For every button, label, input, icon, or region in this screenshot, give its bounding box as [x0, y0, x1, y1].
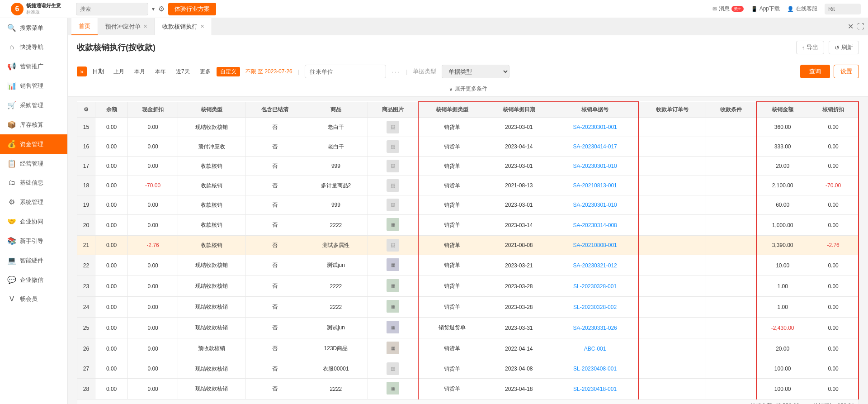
cell-receipt-type: 销货退货单 [418, 318, 486, 338]
chevron-down-icon-2: ∨ [449, 86, 453, 92]
cell-receipt-type: 销货单 [418, 255, 486, 276]
cell-goods: 2222 [304, 297, 368, 318]
cell-include-settled: 否 [245, 297, 304, 318]
messages-item[interactable]: ✉ 消息 99+ [712, 5, 744, 13]
sidebar-item-search[interactable]: 🔍 搜索菜单 [0, 18, 67, 38]
sidebar-item-operations[interactable]: 📋 经营管理 [0, 154, 67, 173]
sidebar-item-hardware[interactable]: 💻 智能硬件 [0, 251, 67, 270]
user-area[interactable]: Rit [825, 4, 861, 14]
cell-writeoff-discount: 0.00 [808, 118, 859, 137]
cell-writeoff-amount: 3,390.00 [756, 236, 808, 255]
date-pill-more[interactable]: 更多 [196, 67, 215, 77]
cell-receipt-no[interactable]: SL-20230328-002 [552, 297, 638, 318]
sidebar-item-inventory[interactable]: 📦 库存核算 [0, 115, 67, 134]
cell-writeoff-discount: 0.00 [808, 255, 859, 276]
filter-divider-2: | [406, 68, 407, 75]
sidebar-item-member[interactable]: V 畅会员 [0, 290, 67, 309]
refresh-button[interactable]: ↺ 刷新 [829, 41, 859, 54]
date-pill-last-month[interactable]: 上月 [109, 67, 128, 77]
tab-close-all-button[interactable]: ✕ [848, 22, 854, 31]
cell-receipt-type: 销货单 [418, 338, 486, 359]
cell-goods-img: 🖼 [368, 137, 418, 157]
cell-receipt-no[interactable]: SL-20230418-001 [552, 379, 638, 399]
counterpart-input[interactable] [305, 65, 386, 78]
filter-settings-button[interactable]: 设置 [834, 65, 859, 78]
expand-more-button[interactable]: ∨ 展开更多条件 [449, 85, 487, 93]
cell-receipt-no[interactable]: SA-20230301-010 [552, 195, 638, 215]
cell-receipt-no[interactable]: SA-20230414-017 [552, 137, 638, 157]
cell-receipt-no[interactable]: SA-20230331-026 [552, 318, 638, 338]
tab-collection[interactable]: 收款核销执行 ✕ [155, 18, 212, 35]
cell-goods-img: 🖼 [368, 176, 418, 195]
tab-prepay[interactable]: 预付冲应付单 ✕ [98, 18, 155, 35]
table-row: 16 0.00 0.00 预付冲应收 否 老白干 🖼 销货单 2023-04-1… [77, 137, 859, 157]
sidebar-item-guide[interactable]: 📚 新手引导 [0, 231, 67, 251]
chevron-down-icon[interactable]: ▾ [152, 6, 155, 12]
cell-receipt-no[interactable]: SA-20230301-010 [552, 157, 638, 176]
cell-writeoff-amount: 2,100.00 [756, 176, 808, 195]
sidebar-item-system[interactable]: ⚙ 系统管理 [0, 192, 67, 212]
table-row: 15 0.00 0.00 现结收款核销 否 老白干 🖼 销货单 2023-03-… [77, 118, 859, 137]
table-row: 21 0.00 -2.76 收款核销 否 测试多属性 🖼 销货单 2021-08… [77, 236, 859, 255]
cell-receipt-no[interactable]: ABC-001 [552, 338, 638, 359]
cell-receipt-no[interactable]: SA-20210813-001 [552, 176, 638, 195]
sidebar-item-sales[interactable]: 📊 销售管理 [0, 76, 67, 95]
sidebar-item-purchase[interactable]: 🛒 采购管理 [0, 95, 67, 115]
online-service-item[interactable]: 👤 在线客服 [787, 5, 817, 13]
export-button[interactable]: ↑ 导出 [796, 41, 825, 54]
receipt-type-select[interactable]: 单据类型 [442, 65, 509, 78]
cell-balance: 0.00 [95, 379, 128, 399]
app-download-item[interactable]: 📱 App下载 [751, 5, 780, 13]
industry-button[interactable]: 体验行业方案 [168, 3, 216, 15]
date-custom-button[interactable]: 自定义 [217, 67, 240, 76]
goods-image: 🖼 [387, 179, 399, 192]
row-number: 17 [77, 157, 95, 176]
cell-receipt-no[interactable]: SA-20230301-001 [552, 118, 638, 137]
cell-goods: 123D商品 [304, 338, 368, 359]
page-header: 收款核销执行(按收款) ↑ 导出 ↺ 刷新 [68, 35, 868, 60]
filter-expand-button[interactable]: » [77, 67, 87, 76]
top-bar-search-input[interactable] [76, 3, 148, 15]
date-pill-this-year[interactable]: 本年 [151, 67, 170, 77]
svg-text:🖼: 🖼 [391, 203, 395, 208]
cell-receipt-no[interactable]: SL-20230408-001 [552, 359, 638, 379]
col-include-settled: 包含已结清 [245, 102, 304, 118]
tab-home[interactable]: 首页 [71, 18, 98, 35]
query-button[interactable]: 查询 [800, 65, 830, 78]
cell-receipt-no[interactable]: SA-20210808-001 [552, 236, 638, 255]
cell-receipt-date: 2023-03-28 [486, 297, 552, 318]
sidebar-item-base[interactable]: 🗂 基础信息 [0, 173, 67, 192]
cell-goods: 老白干 [304, 118, 368, 137]
cell-include-settled: 否 [245, 318, 304, 338]
tab-prepay-close[interactable]: ✕ [143, 24, 147, 29]
tab-collection-close[interactable]: ✕ [200, 24, 204, 29]
tab-maximize-button[interactable]: ⛶ [857, 23, 864, 31]
sidebar-item-enterprise[interactable]: 🤝 企业协同 [0, 212, 67, 231]
page-header-actions: ↑ 导出 ↺ 刷新 [796, 41, 859, 54]
cell-goods: 老白干 [304, 137, 368, 157]
cell-receipt-no[interactable]: SA-20230314-008 [552, 215, 638, 236]
sidebar-item-marketing[interactable]: 📢 营销推广 [0, 57, 67, 76]
cell-goods-img: ▦ [368, 215, 418, 236]
col-settings[interactable]: ⚙ [77, 102, 95, 118]
cell-goods: 测试jun [304, 255, 368, 276]
table-container[interactable]: ⚙ 余额 现金折扣 核销类型 包含已结清 商品 商品图片 核销单据类型 核销单据… [68, 97, 868, 404]
cell-goods-img: ▦ [368, 379, 418, 399]
cell-writeoff-type: 预付冲应收 [178, 137, 245, 157]
row-number: 20 [77, 215, 95, 236]
date-pill-this-month[interactable]: 本月 [130, 67, 149, 77]
cell-cash-discount: 0.00 [128, 318, 178, 338]
svg-text:▦: ▦ [391, 222, 395, 227]
cell-collection-condition [706, 338, 757, 359]
sidebar-item-finance[interactable]: 💰 资金管理 [0, 134, 67, 154]
date-pill-7days[interactable]: 近7天 [172, 67, 194, 77]
sidebar-item-quick-nav[interactable]: ⌂ 快捷导航 [0, 38, 67, 57]
cell-receipt-no[interactable]: SL-20230328-001 [552, 276, 638, 297]
cell-collection-order-no [638, 176, 706, 195]
sidebar-item-wechat[interactable]: 💬 企业微信 [0, 270, 67, 290]
table-row: 25 0.00 0.00 现结收款核销 否 测试jun ▦ 销货退货单 2023… [77, 318, 859, 338]
cell-balance: 0.00 [95, 359, 128, 379]
cell-receipt-no[interactable]: SA-20230321-012 [552, 255, 638, 276]
svg-text:🖼: 🖼 [391, 243, 395, 248]
gear-icon[interactable]: ⚙ [158, 5, 165, 13]
